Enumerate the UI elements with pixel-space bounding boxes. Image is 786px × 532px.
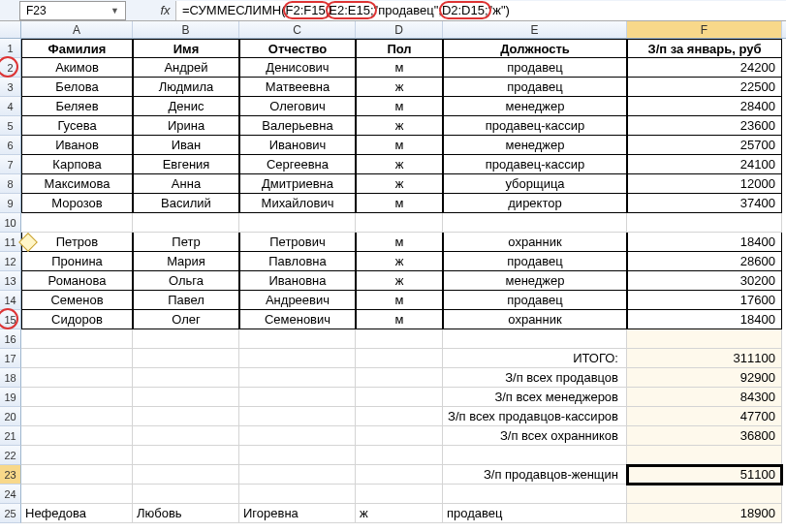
cell[interactable]: Ивановна xyxy=(239,271,356,291)
cell[interactable]: Денис xyxy=(133,97,239,116)
cell[interactable]: Петров xyxy=(21,233,133,252)
cell[interactable]: 17600 xyxy=(627,291,782,310)
row-header[interactable]: 14 xyxy=(0,291,21,310)
cell[interactable]: Беляев xyxy=(21,97,133,116)
cell[interactable]: ж xyxy=(356,252,443,271)
cell[interactable] xyxy=(21,368,133,388)
row-header[interactable]: 25 xyxy=(0,504,21,523)
cell[interactable] xyxy=(443,329,627,349)
cell[interactable]: Иван xyxy=(133,136,239,155)
cell[interactable] xyxy=(21,213,133,233)
cell[interactable]: ж xyxy=(356,504,443,523)
cell[interactable]: Валерьевна xyxy=(239,116,356,136)
cell[interactable]: Иванов xyxy=(21,136,133,155)
cell[interactable]: охранник xyxy=(443,233,627,252)
row-header[interactable]: 8 xyxy=(0,174,21,194)
cell[interactable]: Игоревна xyxy=(239,504,356,523)
cell[interactable]: 24100 xyxy=(627,155,782,174)
row-header[interactable]: 21 xyxy=(0,426,21,446)
cell[interactable]: м xyxy=(356,291,443,310)
row-header[interactable]: 19 xyxy=(0,388,21,407)
cell[interactable]: 92900 xyxy=(627,368,782,388)
cell[interactable] xyxy=(21,485,133,504)
cell[interactable] xyxy=(356,213,443,233)
row-header[interactable]: 24 xyxy=(0,485,21,504)
select-all-corner[interactable] xyxy=(0,21,21,38)
cell[interactable] xyxy=(239,349,356,368)
cell[interactable]: Фамилия xyxy=(21,39,133,58)
cell[interactable]: Любовь xyxy=(133,504,239,523)
cell[interactable] xyxy=(239,388,356,407)
cell[interactable] xyxy=(21,349,133,368)
cell[interactable] xyxy=(133,446,239,465)
cell[interactable]: 47700 xyxy=(627,407,782,426)
cell[interactable]: Иванович xyxy=(239,136,356,155)
row-header[interactable]: 15 xyxy=(0,310,21,329)
cell[interactable] xyxy=(239,465,356,485)
cell[interactable]: 37400 xyxy=(627,194,782,213)
fx-button[interactable]: fx xyxy=(155,1,176,20)
cell[interactable]: 23600 xyxy=(627,116,782,136)
cell[interactable]: ж xyxy=(356,116,443,136)
cell[interactable]: 28600 xyxy=(627,252,782,271)
cell[interactable] xyxy=(239,485,356,504)
cell[interactable]: Максимова xyxy=(21,174,133,194)
cell[interactable] xyxy=(133,485,239,504)
cell[interactable]: Дмитриевна xyxy=(239,174,356,194)
cell[interactable]: 30200 xyxy=(627,271,782,291)
cell[interactable] xyxy=(21,465,133,485)
cell[interactable] xyxy=(356,349,443,368)
cell[interactable]: уборщица xyxy=(443,174,627,194)
cell[interactable]: продавец-кассир xyxy=(443,116,627,136)
row-header[interactable]: 16 xyxy=(0,329,21,349)
cell[interactable] xyxy=(21,407,133,426)
row-header[interactable]: 1 xyxy=(0,39,21,58)
cell[interactable]: З/п за январь, руб xyxy=(627,39,782,58)
cell[interactable]: З/п продавцов-женщин xyxy=(443,465,627,485)
cell[interactable] xyxy=(239,426,356,446)
cell[interactable]: Мария xyxy=(133,252,239,271)
cell[interactable]: Романова xyxy=(21,271,133,291)
cell[interactable] xyxy=(239,446,356,465)
cell[interactable] xyxy=(356,446,443,465)
cell[interactable] xyxy=(356,388,443,407)
row-header[interactable]: 5 xyxy=(0,116,21,136)
cell[interactable]: Андреевич xyxy=(239,291,356,310)
cell[interactable] xyxy=(356,465,443,485)
row-header[interactable]: 9 xyxy=(0,194,21,213)
cell[interactable] xyxy=(443,485,627,504)
cell[interactable] xyxy=(21,329,133,349)
cell[interactable] xyxy=(443,213,627,233)
cell[interactable]: 36800 xyxy=(627,426,782,446)
cell[interactable]: Акимов xyxy=(21,58,133,78)
col-header-B[interactable]: B xyxy=(133,21,239,38)
formula-input[interactable]: =СУММЕСЛИМН(F2:F15;E2:E15;"продавец";D2:… xyxy=(176,1,786,20)
cell[interactable]: ж xyxy=(356,78,443,97)
cell[interactable]: Павловна xyxy=(239,252,356,271)
active-cell[interactable]: 51100 xyxy=(627,465,782,485)
cell[interactable]: Василий xyxy=(133,194,239,213)
cell[interactable]: продавец xyxy=(443,58,627,78)
cell[interactable]: Людмила xyxy=(133,78,239,97)
cell[interactable]: м xyxy=(356,310,443,329)
cell[interactable]: продавец xyxy=(443,291,627,310)
col-header-C[interactable]: C xyxy=(239,21,356,38)
cell[interactable] xyxy=(133,368,239,388)
cell[interactable]: Должность xyxy=(443,39,627,58)
cell[interactable]: Имя xyxy=(133,39,239,58)
cell[interactable]: Матвеевна xyxy=(239,78,356,97)
row-header[interactable]: 12 xyxy=(0,252,21,271)
cell[interactable] xyxy=(356,368,443,388)
cell[interactable] xyxy=(356,329,443,349)
cell[interactable]: продавец xyxy=(443,504,627,523)
cell[interactable]: продавец-кассир xyxy=(443,155,627,174)
cell[interactable]: Семенович xyxy=(239,310,356,329)
row-header[interactable]: 2 xyxy=(0,58,21,78)
cell[interactable]: 18400 xyxy=(627,310,782,329)
cell[interactable]: Олегович xyxy=(239,97,356,116)
row-header[interactable]: 13 xyxy=(0,271,21,291)
cell[interactable]: 84300 xyxy=(627,388,782,407)
cell[interactable] xyxy=(21,446,133,465)
col-header-A[interactable]: A xyxy=(21,21,133,38)
cell[interactable] xyxy=(239,368,356,388)
